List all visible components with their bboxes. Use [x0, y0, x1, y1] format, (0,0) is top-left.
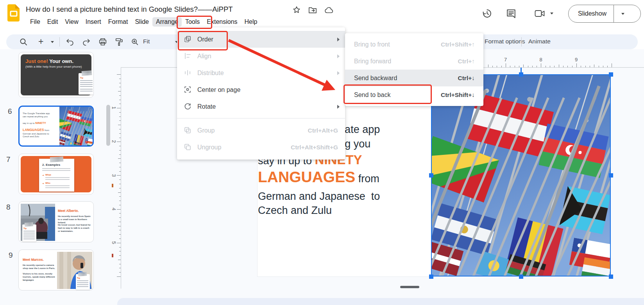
- document-title[interactable]: How do I send a picture behind text in G…: [26, 5, 233, 14]
- move-folder-icon[interactable]: [308, 6, 317, 14]
- selection-handle[interactable]: [609, 173, 613, 178]
- speaker-notes-panel[interactable]: [117, 298, 644, 305]
- menu-divider: [177, 118, 345, 118]
- thumb8-heading: Meet Alberto.: [58, 209, 79, 213]
- thumb6-text-b: can repeat anything you: [23, 115, 60, 118]
- thumb7-card: 2. Examples What ➜ Who ➜: [39, 159, 74, 192]
- ruler-tick: [510, 66, 510, 67]
- camera-dropdown-caret-icon[interactable]: [550, 13, 553, 14]
- slide-text-line6[interactable]: Czech and Zulu: [258, 205, 332, 217]
- scrollbar-marker: [112, 254, 113, 257]
- ruler-tick: [119, 146, 121, 146]
- slide-text-line5[interactable]: German and Japanese to: [258, 190, 380, 203]
- selection-handle[interactable]: [429, 274, 433, 279]
- meet-camera-icon[interactable]: [535, 9, 546, 18]
- google-slides-window: How do I send a picture behind text in G…: [0, 0, 644, 305]
- ruler-number: 8: [540, 57, 542, 63]
- thumb5-tip-card: Tip: [79, 73, 94, 95]
- ruler-tick: [119, 234, 121, 235]
- undo-icon[interactable]: [66, 38, 74, 46]
- ruler-tick: [119, 117, 121, 117]
- format-options-button[interactable]: Format options: [485, 38, 525, 45]
- vertical-ruler: [121, 67, 121, 289]
- slide-text-line4-regular: from: [355, 173, 379, 185]
- menu-format[interactable]: Format: [105, 17, 132, 27]
- ruler-tick: [119, 201, 121, 201]
- ruler-tick: [119, 196, 121, 197]
- menu-item-rotate[interactable]: Rotate: [177, 98, 345, 115]
- search-menus-icon[interactable]: [19, 37, 28, 47]
- selection-handle[interactable]: [609, 72, 613, 77]
- ruler-tick: [497, 66, 497, 67]
- slide-text-line4[interactable]: LANGUAGES from: [258, 169, 379, 186]
- menu-insert[interactable]: Insert: [82, 17, 105, 27]
- slideshow-button[interactable]: Slideshow: [569, 10, 614, 17]
- ruler-tick: [515, 66, 515, 67]
- ruler-tick: [118, 125, 121, 125]
- new-slide-icon[interactable]: +: [38, 36, 43, 47]
- ruler-tick: [492, 66, 493, 67]
- ruler-tick: [599, 66, 599, 67]
- comments-icon[interactable]: [506, 9, 516, 19]
- thumb5-title: Your own.: [48, 58, 73, 64]
- ruler-tick: [607, 66, 608, 67]
- thumb8-p2: He loved soccer, but feared he had no wa…: [58, 224, 91, 233]
- menu-view[interactable]: View: [61, 17, 82, 27]
- slideshow-dropdown-button[interactable]: [614, 13, 632, 15]
- ruler-tick: [119, 112, 121, 113]
- filmstrip: Just one! Your own. (With a little help …: [0, 49, 117, 305]
- slide-thumbnail-8[interactable]: Meet Alberto. He recently moved from Spa…: [18, 201, 94, 242]
- ruler-tick: [590, 66, 590, 67]
- filmstrip-scrollbar[interactable]: [106, 105, 110, 146]
- selection-handle[interactable]: [609, 274, 613, 279]
- print-icon[interactable]: [98, 38, 107, 46]
- selection-handle[interactable]: [429, 173, 433, 178]
- notes-resize-handle[interactable]: [400, 286, 419, 288]
- slide-text-line4-accent: LANGUAGES: [258, 169, 355, 185]
- thumb9-tip-card: Tip: [76, 274, 90, 290]
- cloud-status-icon[interactable]: [324, 6, 334, 14]
- new-slide-caret-icon[interactable]: [51, 41, 54, 43]
- ruler-tick: [119, 264, 121, 264]
- ruler-tick: [119, 154, 121, 155]
- menu-file[interactable]: File: [27, 17, 44, 27]
- ruler-tick: [563, 66, 564, 67]
- menu-edit[interactable]: Edit: [44, 17, 62, 27]
- ruler-tick: [119, 268, 121, 268]
- selection-handle[interactable]: [519, 274, 523, 279]
- ruler-tick: [118, 91, 121, 92]
- ruler-tick: [585, 66, 586, 67]
- star-icon[interactable]: [292, 5, 301, 14]
- menu-help[interactable]: Help: [241, 17, 261, 27]
- menu-item-send-backward[interactable]: Send backward Ctrl+↓: [345, 70, 483, 86]
- slide-thumbnail-5[interactable]: Just one! Your own. (With a little help …: [18, 52, 94, 98]
- slide-thumbnail-7[interactable]: 2. Examples What ➜ Who ➜: [18, 154, 94, 195]
- ruler-tick: [612, 63, 612, 67]
- thumb7-bullet2: Who: [45, 182, 50, 184]
- zoom-icon[interactable]: [131, 38, 139, 46]
- rotate-icon: [184, 102, 191, 110]
- menu-item-bring-forward[interactable]: Bring forward Ctrl+↑: [345, 53, 483, 70]
- zoom-fit-select[interactable]: Fit: [143, 38, 150, 45]
- ruler-tick: [119, 79, 121, 79]
- redo-icon[interactable]: [82, 38, 91, 46]
- slide-thumbnail-9[interactable]: Meet Marcos. He recently opened a camera…: [18, 249, 94, 291]
- slide-number-8: 8: [6, 203, 11, 212]
- ruler-tick: [119, 188, 121, 188]
- ruler-tick: [594, 65, 594, 67]
- slide-thumbnail-6[interactable]: The Google Translate app can repeat anyt…: [18, 106, 94, 147]
- ruler-tick: [117, 108, 121, 108]
- paint-format-icon[interactable]: [115, 38, 123, 46]
- ruler-tick: [603, 66, 603, 67]
- version-history-icon[interactable]: [482, 8, 492, 19]
- selection-handle[interactable]: [519, 72, 523, 77]
- menu-item-group[interactable]: Group Ctrl+Alt+G: [177, 122, 345, 139]
- align-icon: [184, 52, 191, 60]
- animate-button[interactable]: Animate: [528, 38, 551, 45]
- thumb9-heading: Meet Marcos.: [23, 258, 44, 262]
- menu-item-bring-to-front[interactable]: Bring to front Ctrl+Shift+↑: [345, 36, 483, 53]
- slides-logo-icon[interactable]: [7, 4, 20, 22]
- menu-slide[interactable]: Slide: [131, 17, 152, 27]
- menu-item-ungroup[interactable]: Ungroup Ctrl+Alt+Shift+G: [177, 139, 345, 156]
- ruler-number: 9: [575, 57, 578, 63]
